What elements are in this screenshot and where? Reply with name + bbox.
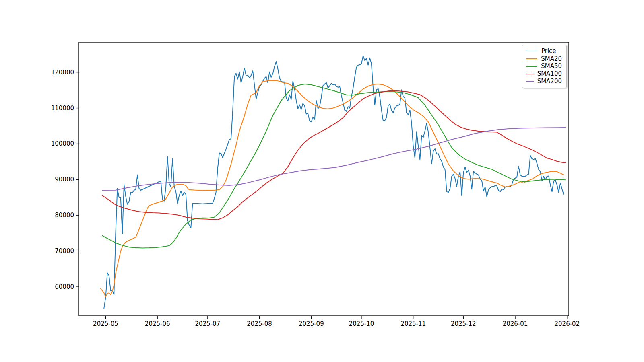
- legend-label: SMA200: [537, 78, 562, 84]
- x-tick-label: 2026-02: [555, 320, 580, 327]
- legend-label: SMA20: [541, 56, 562, 62]
- x-tick-label: 2026-01: [503, 320, 528, 327]
- y-tick-label: 80000: [55, 212, 74, 219]
- y-tick-label: 90000: [55, 176, 74, 183]
- legend-label: Price: [541, 48, 556, 54]
- y-tick-label: 120000: [51, 69, 74, 76]
- series-line-sma20: [101, 80, 564, 297]
- legend-line-swatch-icon: [526, 58, 537, 59]
- legend-item-price: Price: [526, 47, 562, 55]
- x-tick-label: 2025-08: [247, 320, 272, 327]
- series-line-sma100: [102, 90, 566, 220]
- legend-line-swatch-icon: [526, 66, 537, 67]
- x-tick-label: 2025-06: [145, 320, 170, 327]
- legend: PriceSMA20SMA50SMA100SMA200: [522, 45, 567, 88]
- legend-label: SMA50: [541, 63, 562, 69]
- y-tick-label: 70000: [55, 247, 74, 255]
- legend-label: SMA100: [537, 71, 562, 77]
- price-chart-figure: 6000070000800009000010000011000012000020…: [0, 0, 644, 362]
- axes-border: [79, 42, 569, 316]
- x-tick-label: 2025-11: [400, 320, 426, 327]
- legend-item-sma50: SMA50: [526, 63, 562, 70]
- legend-line-swatch-icon: [526, 74, 534, 74]
- legend-line-swatch-icon: [526, 81, 534, 82]
- x-tick-label: 2025-09: [299, 320, 324, 327]
- legend-item-sma100: SMA100: [526, 70, 562, 78]
- y-tick-label: 110000: [51, 105, 74, 112]
- legend-line-swatch-icon: [526, 51, 538, 51]
- x-tick-label: 2025-05: [93, 320, 118, 327]
- legend-item-sma20: SMA20: [526, 55, 562, 63]
- y-tick-label: 60000: [55, 283, 74, 290]
- x-tick-label: 2025-10: [349, 320, 374, 327]
- series-line-sma200: [102, 128, 566, 190]
- x-tick-label: 2025-07: [195, 320, 220, 327]
- y-tick-label: 100000: [51, 140, 74, 147]
- legend-item-sma200: SMA200: [526, 78, 562, 85]
- series-group: [101, 56, 566, 309]
- x-tick-label: 2025-12: [451, 320, 476, 327]
